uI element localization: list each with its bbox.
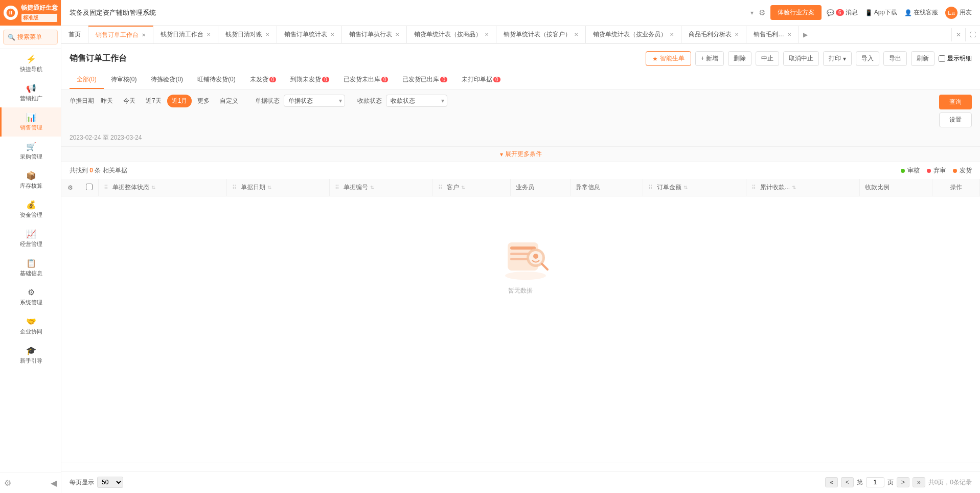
collapse-icon[interactable]: ◀ [51, 478, 57, 488]
industry-btn[interactable]: 体验行业方案 [770, 5, 822, 20]
sidebar-item-basic-info[interactable]: 📋 基础信息 [0, 253, 61, 282]
tab-close-sales-stats-staff[interactable]: ✕ [670, 32, 674, 37]
sidebar-item-inventory[interactable]: 📦 库存核算 [0, 166, 61, 195]
user-area[interactable]: Ea 用友 [945, 7, 972, 19]
tab-daily-clear[interactable]: 钱货日清工作台 ✕ [153, 26, 218, 43]
tab-sales-stats-staff[interactable]: 销货单统计表（按业务员） ✕ [586, 26, 681, 43]
sales-icon: 📊 [26, 113, 36, 122]
tab-sales-profit[interactable]: 销售毛利… ✕ [746, 26, 799, 43]
sidebar-item-operations[interactable]: 📈 经营管理 [0, 224, 61, 253]
refresh-btn[interactable]: 刷新 [911, 51, 935, 66]
review-action[interactable]: 审核 [901, 166, 920, 175]
subtab-shipped-out[interactable]: 已发货已出库0 [395, 71, 454, 89]
next-page-btn[interactable]: > [897, 477, 909, 487]
subtab-all[interactable]: 全部(0) [70, 71, 104, 89]
subtab-pending-inspect[interactable]: 待拣验货(0) [144, 71, 190, 89]
tab-home[interactable]: 首页 [61, 26, 88, 43]
search-menu-button[interactable]: 🔍 搜索菜单 [3, 30, 58, 44]
sidebar-item-purchase[interactable]: 🛒 采购管理 [0, 137, 61, 166]
set-btn[interactable]: 设置 [939, 113, 972, 127]
query-btn[interactable]: 查询 [939, 95, 972, 109]
export-btn[interactable]: 导出 [883, 51, 907, 66]
tab-close-sales-profit[interactable]: ✕ [787, 32, 791, 37]
th-staff-sort[interactable]: 业务员 [516, 183, 565, 192]
subtab-not-shipped[interactable]: 未发货0 [243, 71, 284, 89]
import-btn[interactable]: 导入 [856, 51, 879, 66]
page-size-select[interactable]: 10 20 50 100 [97, 477, 123, 488]
tab-expand-btn[interactable]: ⛶ [965, 28, 980, 41]
date-btn-yesterday[interactable]: 昨天 [96, 95, 118, 107]
date-btn-1month[interactable]: 近1月 [167, 95, 192, 107]
subtab-shop-pending[interactable]: 旺铺待发货(0) [190, 71, 243, 89]
th-date-sort[interactable]: ⠿ 单据日期 ⇅ [232, 183, 325, 192]
discard-review-action[interactable]: 弃审 [927, 166, 946, 175]
status-select[interactable]: 单据状态 [284, 95, 345, 107]
sidebar-item-system[interactable]: ⚙ 系统管理 [0, 282, 61, 311]
tab-gross-margin[interactable]: 商品毛利分析表 ✕ [681, 26, 746, 43]
tab-close-daily-clear[interactable]: ✕ [207, 32, 211, 37]
page-input[interactable] [866, 477, 884, 487]
th-anomaly-sort[interactable]: 异常信息 [576, 183, 637, 192]
stop-btn[interactable]: 中止 [756, 51, 779, 66]
th-customer-sort[interactable]: ⠿ 客户 ⇅ [438, 183, 505, 192]
date-btn-today[interactable]: 今天 [119, 95, 140, 107]
sidebar-item-marketing[interactable]: 📢 营销推广 [0, 78, 61, 107]
settings-icon[interactable]: ⚙ [4, 478, 11, 488]
expand-conditions-btn[interactable]: ▾ 展开更多条件 [500, 150, 542, 159]
dropdown-arrow-icon[interactable]: ▾ [750, 9, 754, 16]
sidebar-item-finance[interactable]: 💰 资金管理 [0, 195, 61, 224]
new-btn[interactable]: + 新增 [695, 51, 724, 66]
tab-close-sales-stats-customer[interactable]: ✕ [574, 32, 578, 37]
print-btn[interactable]: 打印 ▾ [823, 51, 852, 66]
sidebar-item-quick-nav[interactable]: ⚡ 快捷导航 [0, 49, 61, 78]
config-icon[interactable]: ⚙ [67, 184, 73, 191]
subtab-not-printed[interactable]: 未打印单据0 [454, 71, 508, 89]
last-page-btn[interactable]: » [913, 477, 925, 487]
delete-btn[interactable]: 删除 [728, 51, 751, 66]
select-all-checkbox[interactable] [86, 184, 93, 190]
filter-main-group: 单据日期 昨天 今天 近7天 近1月 更多 自定义 单据状态 [70, 95, 931, 107]
ship-action[interactable]: 发货 [953, 166, 972, 175]
tab-more-button[interactable]: ▶ [799, 27, 812, 42]
status-select-wrap: 单据状态 [284, 95, 345, 107]
tab-sales-stats-customer[interactable]: 销货单统计表（按客户） ✕ [496, 26, 586, 43]
app-download-action[interactable]: 📱 App下载 [865, 8, 897, 17]
date-btn-more[interactable]: 更多 [193, 95, 214, 107]
payment-select[interactable]: 收款状态 [386, 95, 447, 107]
th-number-sort[interactable]: ⠿ 单据编号 ⇅ [335, 183, 427, 192]
tab-order-stats[interactable]: 销售订单统计表 ✕ [277, 26, 342, 43]
date-btn-custom[interactable]: 自定义 [215, 95, 243, 107]
sidebar-item-sales[interactable]: 📊 销售管理 [0, 107, 61, 137]
date-btn-7days[interactable]: 近7天 [141, 95, 166, 107]
subtab-pending-review[interactable]: 待审核(0) [104, 71, 144, 89]
tab-close-all-btn[interactable]: ✕ [951, 28, 965, 41]
th-cumulative-sort[interactable]: ⠿ 累计收款... ⇅ [751, 183, 854, 192]
subtab-shipped-not-out[interactable]: 已发货未出库0 [336, 71, 396, 89]
tab-reconcile[interactable]: 钱货日清对账 ✕ [218, 26, 277, 43]
message-action[interactable]: 💬 6 消息 [827, 8, 858, 17]
tab-close-sales-order[interactable]: ✕ [142, 32, 146, 38]
cancel-stop-btn[interactable]: 取消中止 [783, 51, 819, 66]
th-amount-sort[interactable]: ⠿ 订单金额 ⇅ [648, 183, 741, 192]
th-status-sort[interactable]: ⠿ 单据整体状态 ⇅ [104, 183, 221, 192]
online-service-action[interactable]: 👤 在线客服 [904, 8, 938, 17]
tab-close-reconcile[interactable]: ✕ [265, 32, 269, 37]
show-detail-checkbox[interactable] [939, 55, 945, 62]
tab-sales-order[interactable]: 销售订单工作台 ✕ [88, 26, 153, 43]
tab-close-order-stats[interactable]: ✕ [330, 32, 334, 37]
sidebar-item-guide[interactable]: 🎓 新手引导 [0, 341, 61, 370]
horizontal-scrollbar[interactable] [61, 462, 980, 471]
tab-close-gross-margin[interactable]: ✕ [735, 32, 739, 37]
show-detail-checkbox-label[interactable]: 显示明细 [939, 54, 972, 63]
subtab-overdue[interactable]: 到期未发货0 [283, 71, 336, 89]
topbar-settings-icon[interactable]: ⚙ [759, 8, 765, 17]
tab-close-order-exec[interactable]: ✕ [395, 32, 399, 37]
payment-select-wrap: 收款状态 [386, 95, 447, 107]
tab-close-sales-stats-product[interactable]: ✕ [485, 32, 489, 37]
tab-order-exec[interactable]: 销售订单执行表 ✕ [342, 26, 407, 43]
prev-page-btn[interactable]: < [841, 477, 854, 487]
sidebar-item-cooperation[interactable]: 🤝 企业协同 [0, 311, 61, 341]
smart-generate-btn[interactable]: ★ 智能生单 [646, 51, 691, 66]
first-page-btn[interactable]: « [825, 477, 838, 487]
tab-sales-stats-product[interactable]: 销货单统计表（按商品） ✕ [407, 26, 496, 43]
